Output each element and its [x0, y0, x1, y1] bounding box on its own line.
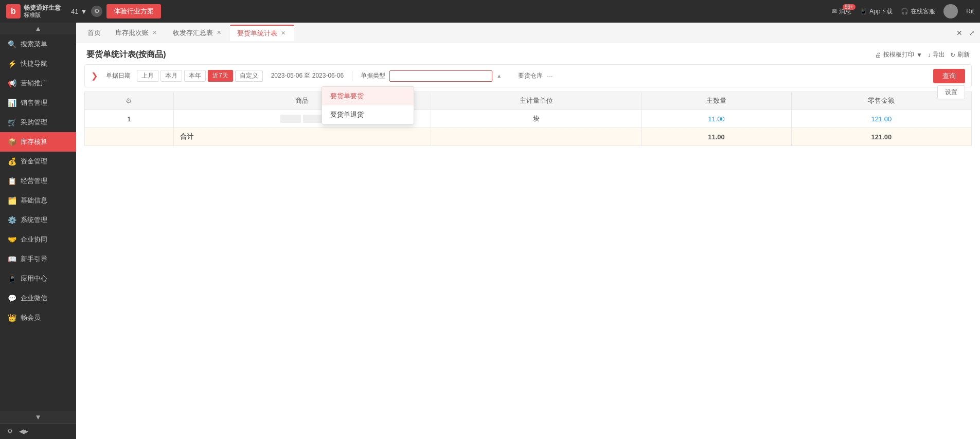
logo-area: b 畅捷通好生意 标准版 — [6, 4, 61, 19]
sidebar-item-finance[interactable]: 💰 资金管理 — [0, 152, 76, 171]
set-button[interactable]: 设置 — [937, 85, 965, 99]
export-btn[interactable]: ↓ 导出 — [928, 50, 945, 59]
app-download-item[interactable]: 📱 App下载 — [860, 7, 893, 16]
date-btn-7days[interactable]: 近7天 — [208, 70, 233, 82]
sidebar-collapse-btn[interactable]: ◀▶ — [19, 428, 28, 435]
version-label: 标准版 — [24, 12, 61, 19]
tab-inventory-batch-close[interactable]: ✕ — [151, 29, 158, 36]
dropdown-item-order-return[interactable]: 要货单退货 — [322, 105, 414, 124]
appstore-icon: 📱 — [7, 275, 16, 283]
tab-home-label: 首页 — [87, 29, 101, 36]
expand-btn[interactable]: ❯ — [91, 71, 98, 81]
date-btn-this-month[interactable]: 本月 — [161, 70, 182, 82]
inventory-icon: 📦 — [7, 138, 16, 146]
logo-icon: b — [6, 4, 21, 19]
row-index: 1 — [85, 110, 174, 128]
sidebar-scroll-down[interactable]: ▼ — [0, 411, 76, 423]
row-unit: 块 — [431, 110, 641, 128]
product-tag1 — [280, 115, 301, 123]
filter-type-area: 单据类型 ▲ — [361, 70, 502, 82]
refresh-btn[interactable]: ↻ 刷新 — [950, 50, 970, 59]
summary-unit — [431, 128, 641, 146]
system-icon: ⚙️ — [7, 216, 16, 224]
finance-icon: 💰 — [7, 157, 16, 166]
sidebar-item-base[interactable]: 🗂️ 基础信息 — [0, 191, 76, 210]
sidebar-item-enterprise[interactable]: 🤝 企业协同 — [0, 230, 76, 249]
purchase-icon: 🛒 — [7, 118, 16, 126]
warehouse-more-icon[interactable]: ··· — [547, 72, 553, 80]
trial-button[interactable]: 体验行业方案 — [106, 4, 161, 19]
page-title: 要货单统计表(按商品) — [86, 49, 166, 60]
tab-home[interactable]: 首页 — [80, 25, 108, 41]
tab-order-stats-close[interactable]: ✕ — [279, 29, 287, 37]
tab-order-stats[interactable]: 要货单统计表 ✕ — [230, 25, 294, 41]
date-btn-this-year[interactable]: 本年 — [184, 70, 206, 82]
retail-link[interactable]: 121.00 — [871, 115, 892, 123]
sidebar-item-marketing[interactable]: 📢 营销推广 — [0, 74, 76, 93]
messages-item[interactable]: ✉ 消息 99+ — [832, 7, 851, 16]
sidebar-label-enterprise: 企业协同 — [21, 235, 47, 244]
search-icon: 🔍 — [7, 40, 16, 48]
qty-link[interactable]: 11.00 — [708, 115, 725, 123]
tab-receivables-close[interactable]: ✕ — [215, 29, 223, 36]
sidebar-item-quicknav[interactable]: ⚡ 快捷导航 — [0, 54, 76, 74]
date-btn-custom[interactable]: 自定义 — [235, 70, 263, 82]
summary-qty: 11.00 — [642, 128, 791, 146]
dropdown-item-order-goods[interactable]: 要货单要货 — [322, 87, 414, 105]
date-btn-last-month[interactable]: 上月 — [137, 70, 158, 82]
query-button[interactable]: 查询 — [933, 69, 965, 83]
sidebar-item-sales[interactable]: 📊 销售管理 — [0, 93, 76, 113]
sidebar-item-appstore[interactable]: 📱 应用中心 — [0, 269, 76, 288]
sidebar-settings-btn[interactable]: ⚙ — [7, 428, 13, 435]
table-row: 1 块 11.00 — [85, 110, 972, 128]
company-selector[interactable]: 41 ▼ — [71, 8, 87, 15]
sidebar-label-member: 畅会员 — [21, 313, 41, 322]
tab-order-stats-label: 要货单统计表 — [237, 29, 277, 38]
type-dropdown-arrow[interactable]: ▲ — [496, 73, 502, 79]
window-restore-btn[interactable]: ⤢ — [968, 29, 976, 37]
sidebar-item-system[interactable]: ⚙️ 系统管理 — [0, 210, 76, 230]
tab-inventory-batch[interactable]: 库存批次账 ✕ — [108, 25, 166, 41]
top-bar-left: b 畅捷通好生意 标准版 — [6, 4, 61, 19]
sidebar-bottom: ⚙ ◀▶ — [0, 423, 76, 439]
window-close-btn[interactable]: ✕ — [955, 29, 964, 37]
management-icon: 📋 — [7, 177, 16, 185]
settings-icon[interactable]: ⚙ — [91, 6, 102, 17]
col-unit: 主计量单位 — [431, 92, 641, 110]
sidebar-item-search[interactable]: 🔍 搜索菜单 — [0, 34, 76, 54]
type-label: 单据类型 — [361, 71, 385, 80]
refresh-label: 刷新 — [957, 50, 970, 59]
sidebar-label-management: 经营管理 — [21, 176, 47, 186]
online-service-item[interactable]: 🎧 在线客服 — [901, 7, 935, 16]
table-gear-icon[interactable]: ⚙ — [126, 97, 132, 105]
warehouse-area: 要货仓库 ··· — [518, 71, 553, 80]
user-avatar[interactable] — [943, 4, 958, 19]
warehouse-label: 要货仓库 — [518, 71, 543, 80]
sidebar-item-purchase[interactable]: 🛒 采购管理 — [0, 113, 76, 132]
user-name: Rit — [966, 8, 974, 15]
sidebar-item-member[interactable]: 👑 畅会员 — [0, 308, 76, 327]
summary-retail: 121.00 — [791, 128, 971, 146]
app-download-label: App下载 — [869, 7, 893, 16]
type-input[interactable] — [389, 70, 492, 82]
sidebar-label-sales: 销售管理 — [21, 98, 47, 107]
sidebar: ▲ 🔍 搜索菜单 ⚡ 快捷导航 📢 营销推广 📊 销售管理 — [0, 23, 76, 439]
sidebar-item-management[interactable]: 📋 经营管理 — [0, 171, 76, 191]
messages-badge: 99+ — [843, 4, 856, 10]
print-dropdown-icon: ▼ — [916, 51, 922, 59]
base-icon: 🗂️ — [7, 196, 16, 205]
sidebar-item-newbie[interactable]: 📖 新手引导 — [0, 249, 76, 269]
sidebar-item-inventory[interactable]: 📦 库存核算 — [0, 132, 76, 152]
sidebar-item-wxenterprise[interactable]: 💬 企业微信 — [0, 288, 76, 308]
summary-label: 合计 — [173, 128, 431, 146]
tab-window-btns: ✕ ⤢ — [955, 29, 976, 37]
tab-receivables[interactable]: 收发存汇总表 ✕ — [166, 25, 230, 41]
sidebar-label-purchase: 采购管理 — [21, 118, 47, 127]
sidebar-scroll-up[interactable]: ▲ — [0, 23, 76, 34]
sidebar-label-wxenterprise: 企业微信 — [21, 294, 47, 303]
filter-bar: ❯ 单据日期 上月 本月 本年 近7天 自定义 2023-05-06 至 202… — [84, 64, 972, 87]
col-gear[interactable]: ⚙ — [85, 92, 174, 110]
top-bar-middle: 41 ▼ ⚙ 体验行业方案 — [61, 4, 832, 19]
date-range-display: 2023-05-06 至 2023-06-06 — [271, 71, 344, 80]
print-btn[interactable]: 🖨 按模板打印 ▼ — [875, 50, 922, 59]
